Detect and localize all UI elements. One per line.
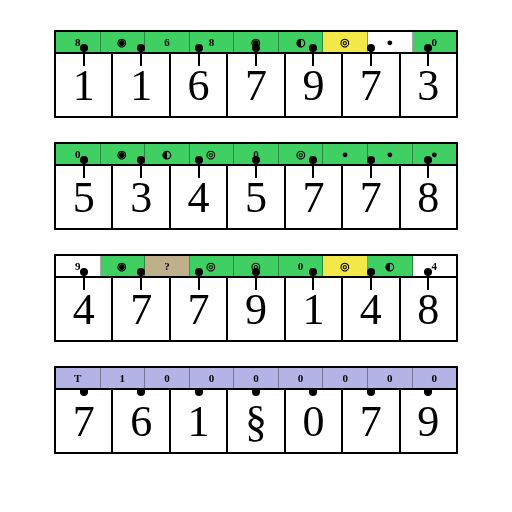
number-value: 7 <box>130 284 152 335</box>
number-cell: 4 <box>343 278 400 340</box>
pin-icon <box>312 48 314 66</box>
number-cell: § <box>228 390 285 452</box>
number-row: 1167973 <box>54 52 458 118</box>
header-cell: ◎ <box>323 32 368 52</box>
number-cell: 1 <box>286 278 343 340</box>
number-cell: 6 <box>171 54 228 116</box>
pin-icon <box>140 48 142 66</box>
pin-icon <box>83 160 85 178</box>
number-value: 7 <box>188 284 210 335</box>
number-value: 7 <box>360 172 382 223</box>
pin-icon <box>255 160 257 178</box>
header-cell: 9 <box>56 256 101 276</box>
number-cell: 1 <box>171 390 228 452</box>
number-cell: 1 <box>113 54 170 116</box>
pin-icon <box>312 272 314 290</box>
number-row: 761§079 <box>54 388 458 454</box>
pin-icon <box>140 160 142 178</box>
number-cell: 7 <box>171 278 228 340</box>
number-value: 7 <box>360 396 382 447</box>
header-cell: 0 <box>368 368 413 388</box>
pin-icon <box>370 160 372 178</box>
header-cell: 0 <box>234 368 279 388</box>
header-cell: ◐ <box>145 144 190 164</box>
header-cell: 4 <box>413 256 457 276</box>
number-cell: 8 <box>401 166 456 228</box>
pin-icon <box>198 272 200 290</box>
pin-icon <box>255 48 257 66</box>
number-value: 0 <box>302 396 324 447</box>
number-value: 1 <box>130 60 152 111</box>
header-cell: 0 <box>413 368 457 388</box>
header-cell: ? <box>145 256 190 276</box>
number-value: 9 <box>245 284 267 335</box>
number-value: § <box>245 396 267 447</box>
number-cell: 7 <box>343 390 400 452</box>
number-value: 7 <box>302 172 324 223</box>
header-cell: 0 <box>413 32 457 52</box>
number-row: 5345778 <box>54 164 458 230</box>
number-cell: 6 <box>113 390 170 452</box>
pin-icon <box>427 272 429 290</box>
pin-icon <box>198 48 200 66</box>
number-cell: 9 <box>286 54 343 116</box>
number-value: 1 <box>302 284 324 335</box>
pin-icon <box>83 272 85 290</box>
number-value: 7 <box>245 60 267 111</box>
number-strip-2: 9◉?◎◎0◎◐44779148 <box>54 254 458 342</box>
number-cell: 8 <box>401 278 456 340</box>
number-value: 4 <box>188 172 210 223</box>
number-value: 7 <box>73 396 95 447</box>
number-cell: 3 <box>113 166 170 228</box>
header-cell: 0 <box>279 368 324 388</box>
header-cell: ◎ <box>323 256 368 276</box>
pin-icon <box>140 272 142 290</box>
number-row: 4779148 <box>54 276 458 342</box>
header-cell: ● <box>323 144 368 164</box>
number-value: 4 <box>360 284 382 335</box>
number-value: 1 <box>188 396 210 447</box>
number-cell: 7 <box>343 166 400 228</box>
pin-icon <box>427 48 429 66</box>
header-cell: 8 <box>56 32 101 52</box>
number-value: 9 <box>302 60 324 111</box>
number-cell: 3 <box>401 54 456 116</box>
number-value: 5 <box>73 172 95 223</box>
number-strip-3: T10000000761§079 <box>54 366 458 454</box>
header-cell: 0 <box>145 368 190 388</box>
number-strip-1: 0◉◐◎0◎●●●5345778 <box>54 142 458 230</box>
number-strip-0: 8◉68◉◐◎●01167973 <box>54 30 458 118</box>
number-value: 7 <box>360 60 382 111</box>
number-cell: 7 <box>56 390 113 452</box>
number-value: 3 <box>130 172 152 223</box>
pin-icon <box>83 48 85 66</box>
pin-icon <box>255 272 257 290</box>
number-value: 1 <box>73 60 95 111</box>
pin-icon <box>370 48 372 66</box>
header-cell: 1 <box>101 368 146 388</box>
number-strips-grid: 8◉68◉◐◎●011679730◉◐◎0◎●●●53457789◉?◎◎0◎◐… <box>0 0 512 482</box>
number-cell: 9 <box>228 278 285 340</box>
header-cell: 0 <box>190 368 235 388</box>
strip-header: T10000000 <box>54 366 458 388</box>
header-cell: 0 <box>323 368 368 388</box>
header-cell: T <box>56 368 101 388</box>
number-cell: 7 <box>228 54 285 116</box>
pin-icon <box>370 272 372 290</box>
number-value: 5 <box>245 172 267 223</box>
number-value: 4 <box>73 284 95 335</box>
number-value: 6 <box>130 396 152 447</box>
header-cell: ● <box>413 144 457 164</box>
number-cell: 0 <box>286 390 343 452</box>
number-cell: 4 <box>56 278 113 340</box>
number-cell: 7 <box>286 166 343 228</box>
number-value: 6 <box>188 60 210 111</box>
number-value: 8 <box>417 284 439 335</box>
number-value: 3 <box>417 60 439 111</box>
number-cell: 1 <box>56 54 113 116</box>
number-cell: 7 <box>113 278 170 340</box>
pin-icon <box>312 160 314 178</box>
number-cell: 4 <box>171 166 228 228</box>
header-cell: 0 <box>56 144 101 164</box>
header-cell: 6 <box>145 32 190 52</box>
